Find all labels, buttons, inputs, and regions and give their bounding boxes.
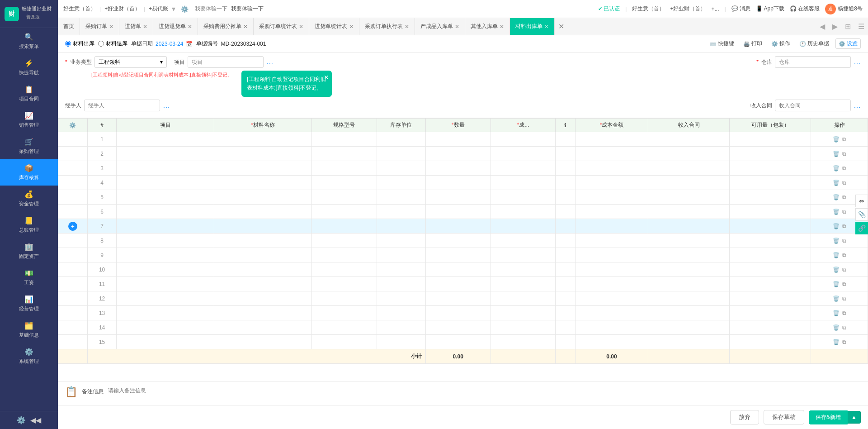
row-material-cell[interactable] [214, 306, 312, 320]
row-material-cell[interactable] [214, 320, 312, 335]
row-qty-cell[interactable] [425, 306, 491, 320]
topbar-try-link[interactable]: 我要体验一下 [195, 5, 227, 13]
topbar-link-home2[interactable]: +好业财（首） [104, 5, 140, 13]
row-project-cell[interactable] [117, 248, 214, 262]
row-cost-cell[interactable] [491, 132, 556, 147]
row-qty-cell[interactable] [425, 205, 491, 219]
topbar-home2-link[interactable]: +好业财（首） [670, 5, 706, 13]
row-unit-cell[interactable] [377, 219, 425, 234]
delete-row-icon[interactable]: 🗑️ [833, 209, 840, 215]
row-project-cell[interactable] [117, 132, 214, 147]
row-avail-cell[interactable] [730, 262, 811, 277]
row-income-cell[interactable] [648, 132, 730, 147]
row-unit-cell[interactable] [377, 176, 425, 190]
sidebar-item-accounting[interactable]: 📒 总账管理 [0, 212, 58, 238]
row-income-cell[interactable] [648, 277, 730, 291]
sidebar-item-basic[interactable]: 🗂️ 基础信息 [0, 317, 58, 343]
delete-row-icon[interactable]: 🗑️ [833, 151, 840, 157]
right-btn-expand[interactable]: ⇔ [855, 195, 868, 207]
row-avail-cell[interactable] [730, 306, 811, 320]
row-costamt-cell[interactable] [575, 277, 648, 291]
row-unit-cell[interactable] [377, 335, 425, 349]
row-income-cell[interactable] [648, 219, 730, 234]
row-qty-cell[interactable] [425, 248, 491, 262]
row-avail-cell[interactable] [730, 335, 811, 349]
delete-row-icon[interactable]: 🗑️ [833, 165, 840, 172]
topbar-more-link[interactable]: +... [711, 6, 719, 12]
row-spec-cell[interactable] [312, 147, 377, 161]
row-costamt-cell[interactable] [575, 234, 648, 248]
tab-close-all-btn[interactable]: ✕ [555, 22, 568, 31]
row-income-cell[interactable] [648, 262, 730, 277]
delete-row-icon[interactable]: 🗑️ [833, 238, 840, 244]
row-spec-cell[interactable] [312, 132, 377, 147]
tab-list-view-icon[interactable]: ☰ [854, 22, 868, 31]
row-material-cell[interactable] [214, 161, 312, 176]
gear-icon[interactable]: ⚙️ [181, 5, 189, 13]
user-avatar[interactable]: 通 畅捷通8号 [825, 4, 863, 14]
row-material-cell[interactable] [214, 234, 312, 248]
row-cost-cell[interactable] [491, 190, 556, 205]
delete-row-icon[interactable]: 🗑️ [833, 296, 840, 302]
sidebar-item-search[interactable]: 🔍 搜索菜单 [0, 28, 58, 54]
topbar-dropdown-icon[interactable]: ▾ [172, 5, 175, 13]
row-costamt-cell[interactable] [575, 262, 648, 277]
row-avail-cell[interactable] [730, 190, 811, 205]
row-unit-cell[interactable] [377, 248, 425, 262]
copy-row-icon[interactable]: ⧉ [842, 180, 846, 186]
tab-purchase-stat-close[interactable]: ✕ [299, 24, 303, 30]
row-avail-cell[interactable] [730, 132, 811, 147]
tab-purchase-exec-close[interactable]: ✕ [405, 24, 409, 30]
sidebar-item-finance[interactable]: 💰 资金管理 [0, 186, 58, 212]
row-project-cell[interactable] [117, 147, 214, 161]
row-unit-cell[interactable] [377, 190, 425, 205]
app-download-btn[interactable]: 📱 App下载 [756, 5, 784, 13]
row-project-cell[interactable] [117, 234, 214, 248]
row-qty-cell[interactable] [425, 320, 491, 335]
tab-purchase-expense[interactable]: 采购费用分摊单 ✕ [198, 18, 254, 35]
topbar-link-agency[interactable]: +易代账 [149, 5, 168, 13]
copy-row-icon[interactable]: ⧉ [842, 281, 846, 287]
row-qty-cell[interactable] [425, 335, 491, 349]
radio-material-return[interactable]: 材料退库 [98, 40, 127, 48]
row-costamt-cell[interactable] [575, 320, 648, 335]
save-new-button-split[interactable]: 保存&新增 ▲ [809, 410, 861, 424]
delete-row-icon[interactable]: 🗑️ [833, 252, 840, 258]
warehouse-input[interactable] [775, 56, 851, 68]
copy-row-icon[interactable]: ⧉ [842, 223, 846, 229]
row-unit-cell[interactable] [377, 277, 425, 291]
save-new-arrow[interactable]: ▲ [848, 411, 861, 424]
copy-row-icon[interactable]: ⧉ [842, 296, 846, 302]
row-avail-cell[interactable] [730, 147, 811, 161]
tab-goods-receipt[interactable]: 进货单 ✕ [119, 18, 153, 35]
sidebar-item-system[interactable]: ⚙️ 系统管理 [0, 343, 58, 369]
delete-row-icon[interactable]: 🗑️ [833, 180, 840, 186]
sidebar-item-inventory[interactable]: 📦 库存核算 [0, 159, 58, 186]
row-material-cell[interactable] [214, 262, 312, 277]
delete-row-icon[interactable]: 🗑️ [833, 339, 840, 345]
sidebar-item-assets[interactable]: 🏢 固定资产 [0, 238, 58, 264]
radio-material-return-input[interactable] [98, 41, 104, 47]
tab-goods-stat-close[interactable]: ✕ [349, 24, 354, 30]
row-qty-cell[interactable] [425, 147, 491, 161]
tab-goods-return-close[interactable]: ✕ [188, 24, 192, 30]
message-btn[interactable]: 💬 消息 [731, 5, 750, 13]
row-costamt-cell[interactable] [575, 219, 648, 234]
tab-home[interactable]: 首页 [58, 18, 80, 35]
discard-button[interactable]: 放弃 [730, 410, 759, 424]
topbar-home-link[interactable]: 好生意（首） [632, 5, 665, 13]
tab-product-in[interactable]: 产成品入库单 ✕ [415, 18, 465, 35]
row-spec-cell[interactable] [312, 234, 377, 248]
row-spec-cell[interactable] [312, 219, 377, 234]
topbar-link-home1[interactable]: 好生意（首） [63, 5, 96, 13]
row-avail-cell[interactable] [730, 277, 811, 291]
print-btn[interactable]: 🖨️ 打印 [741, 39, 765, 48]
project-input[interactable] [188, 56, 264, 68]
row-qty-cell[interactable] [425, 262, 491, 277]
row-costamt-cell[interactable] [575, 176, 648, 190]
row-material-cell[interactable] [214, 205, 312, 219]
copy-row-icon[interactable]: ⧉ [842, 136, 846, 143]
row-project-cell[interactable] [117, 306, 214, 320]
project-dots-btn[interactable]: … [266, 58, 274, 66]
tab-other-in[interactable]: 其他入库单 ✕ [465, 18, 510, 35]
